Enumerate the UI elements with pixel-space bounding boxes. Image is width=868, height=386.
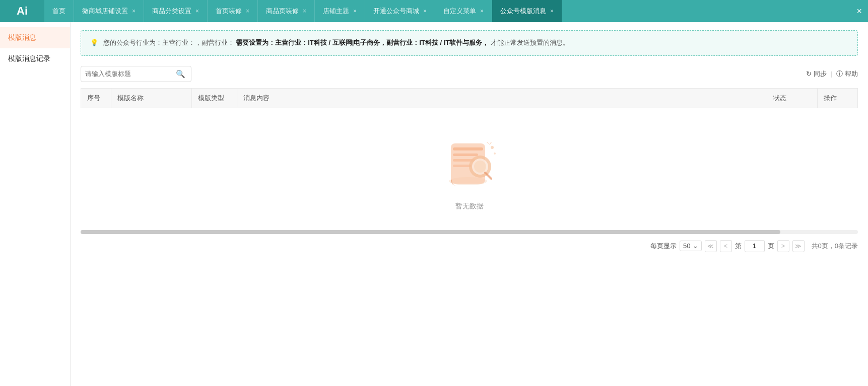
first-page-button[interactable]: ≪	[705, 240, 717, 252]
pagination-summary: 共0页，0条记录	[812, 242, 858, 251]
close-tab-product-category[interactable]: ×	[195, 8, 199, 15]
page-size-label: 每页显示	[650, 242, 677, 251]
svg-rect-3	[453, 153, 478, 156]
brand-logo: Ai	[0, 0, 44, 22]
sync-button[interactable]: ↻ 同步	[806, 69, 827, 79]
toolbar-divider: |	[831, 70, 832, 78]
horizontal-scrollbar[interactable]	[81, 230, 858, 234]
page-size-select[interactable]: 50 ⌄	[680, 241, 701, 251]
nav-tab-template-msg[interactable]: 公众号模版消息×	[492, 0, 562, 22]
page-size-chevron-icon: ⌄	[693, 242, 698, 250]
notice-suffix: 才能正常发送预置的消息。	[491, 39, 569, 46]
close-tab-shop-theme[interactable]: ×	[353, 8, 357, 15]
table-header-row: 序号模版名称模版类型消息内容状态操作	[81, 88, 858, 108]
close-tab-home-decor[interactable]: ×	[246, 8, 249, 15]
nav-tab-home[interactable]: 首页	[44, 0, 74, 22]
col-operation: 操作	[818, 88, 858, 108]
data-table: 序号模版名称模版类型消息内容状态操作	[81, 88, 858, 226]
sync-icon: ↻	[806, 70, 812, 78]
help-button[interactable]: ⓘ 帮助	[836, 69, 858, 79]
nav-tab-shop-theme[interactable]: 店铺主题×	[315, 0, 365, 22]
search-button[interactable]: 🔍	[176, 69, 185, 79]
main-content: 💡 您的公众号行业为：主营行业：，副营行业： 需要设置为：主营行业：IT科技 /…	[71, 22, 868, 386]
page-label-post: 页	[768, 242, 774, 251]
close-tab-product-decor[interactable]: ×	[303, 8, 306, 15]
nav-tab-product-decor[interactable]: 商品页装修×	[258, 0, 315, 22]
empty-text: 暂无数据	[455, 202, 484, 211]
col-message-content: 消息内容	[237, 88, 767, 108]
notice-prefix: 您的公众号行业为：主营行业：，副营行业：	[103, 39, 234, 46]
nav-tab-open-public-shop[interactable]: 开通公众号商城×	[365, 0, 435, 22]
svg-point-10	[491, 146, 494, 149]
toolbar-right: ↻ 同步 | ⓘ 帮助	[806, 69, 858, 79]
close-tab-template-msg[interactable]: ×	[550, 8, 554, 15]
svg-rect-2	[453, 147, 483, 150]
main-layout: 模版消息模版消息记录 💡 您的公众号行业为：主营行业：，副营行业： 需要设置为：…	[0, 22, 868, 386]
nav-tab-custom-menu[interactable]: 自定义菜单×	[435, 0, 492, 22]
close-tab-open-public-shop[interactable]: ×	[423, 8, 427, 15]
page-size-value: 50	[683, 242, 690, 250]
svg-point-11	[494, 152, 496, 155]
nav-tab-list: 首页微商城店铺设置×商品分类设置×首页装修×商品页装修×店铺主题×开通公众号商城…	[44, 0, 868, 22]
page-label-pre: 第	[735, 242, 742, 251]
col-template-name: 模版名称	[111, 88, 192, 108]
svg-line-13	[487, 142, 489, 143]
top-navigation: Ai 首页微商城店铺设置×商品分类设置×首页装修×商品页装修×店铺主题×开通公众…	[0, 0, 868, 22]
last-page-button[interactable]: ≫	[792, 240, 805, 252]
notice-banner: 💡 您的公众号行业为：主营行业：，副营行业： 需要设置为：主营行业：IT科技 /…	[81, 30, 858, 56]
close-tab-micro-shop[interactable]: ×	[132, 8, 136, 15]
table-body: 暂无数据	[81, 108, 858, 226]
col-template-type: 模版类型	[192, 88, 237, 108]
sidebar-item-template-msg-record[interactable]: 模版消息记录	[0, 48, 70, 69]
nav-tab-micro-shop[interactable]: 微商城店铺设置×	[74, 0, 144, 22]
empty-row: 暂无数据	[81, 108, 858, 226]
col-status: 状态	[767, 88, 818, 108]
empty-illustration	[437, 128, 502, 194]
search-input-wrap[interactable]: 🔍	[81, 66, 191, 82]
close-tab-custom-menu[interactable]: ×	[480, 8, 484, 15]
close-all-button[interactable]: ×	[856, 6, 862, 17]
sync-label: 同步	[814, 69, 827, 79]
scrollbar-thumb[interactable]	[81, 230, 780, 234]
pagination: 每页显示 50 ⌄ ≪ < 第 页 > ≫ 共0页，0条记录	[81, 240, 858, 252]
help-label: 帮助	[845, 69, 858, 79]
bulb-icon: 💡	[90, 39, 98, 46]
svg-line-12	[490, 142, 491, 144]
nav-tab-home-decor[interactable]: 首页装修×	[208, 0, 258, 22]
nav-tab-product-category[interactable]: 商品分类设置×	[144, 0, 208, 22]
prev-page-button[interactable]: <	[720, 240, 732, 252]
svg-point-8	[474, 161, 486, 173]
help-icon: ⓘ	[836, 69, 843, 79]
search-bar: 🔍 ↻ 同步 | ⓘ 帮助	[81, 66, 858, 82]
col-seq: 序号	[81, 88, 111, 108]
sidebar: 模版消息模版消息记录	[0, 22, 71, 386]
notice-highlight: 需要设置为：主营行业：IT科技 / 互联网|电子商务，副营行业：IT科技 / I…	[236, 39, 489, 46]
next-page-button[interactable]: >	[777, 240, 789, 252]
empty-state: 暂无数据	[81, 108, 858, 226]
table-head: 序号模版名称模版类型消息内容状态操作	[81, 88, 858, 108]
sidebar-item-template-msg[interactable]: 模版消息	[0, 27, 70, 48]
svg-rect-5	[453, 165, 471, 167]
page-number-input[interactable]	[745, 240, 765, 252]
search-input[interactable]	[85, 70, 176, 78]
